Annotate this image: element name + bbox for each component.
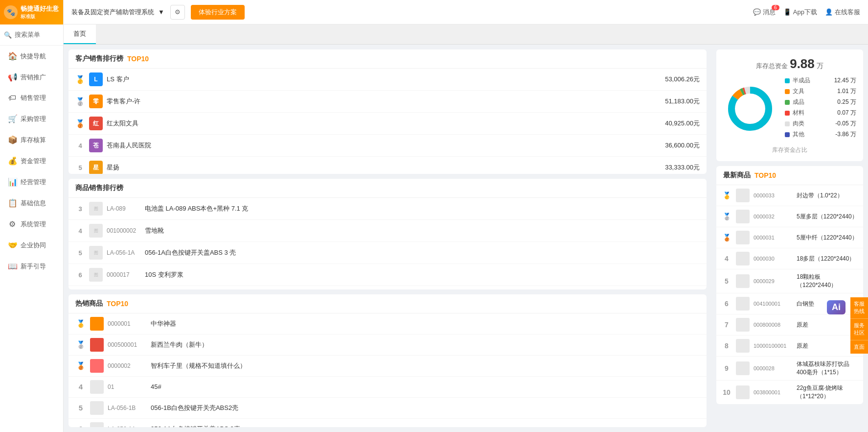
sidebar-item-operations[interactable]: 📊 经营管理 [0,171,63,192]
sidebar-item-system[interactable]: ⚙ 系统管理 [0,214,63,235]
search-menu-button[interactable]: 🔍 搜索菜单 [4,28,59,41]
hot-rank-indicator: 🥉 [75,361,86,370]
rank-avatar: L [89,72,103,86]
product-rank-row: 4 图 001000002 雪地靴 [69,220,707,242]
inventory-title: 库存总资金 [756,62,788,70]
sidebar-item-purchase[interactable]: 🛒 采购管理 [0,108,63,129]
nav-label-basic-info: 基础信息 [21,199,46,208]
rank-num: 6 [75,271,85,279]
dropdown-icon[interactable]: ▼ [158,8,164,16]
hot-products-header: 热销商品 TOP10 [69,294,707,313]
finance-icon: 💰 [8,156,17,166]
sidebar-item-sales[interactable]: 🏷 销售管理 [0,88,63,108]
system-icon: ⚙ [8,219,17,229]
new-product-image [736,274,750,288]
hot-rank-indicator: 6 [75,425,86,427]
sidebar-item-quick-nav[interactable]: 🏠 快捷导航 [0,46,63,67]
new-product-row: 1000380000122g鱼豆腐·烧烤味（1*12*20） [716,381,863,404]
sidebar-item-inventory[interactable]: 📦 库存核算 [0,129,63,150]
rank-customer-value: 53,006.26元 [665,75,700,84]
legend-dot [785,132,790,137]
home-icon: 🏠 [8,51,17,61]
sidebar-item-guide[interactable]: 📖 新手引导 [0,256,63,277]
new-product-rank: 🥇 [721,192,732,199]
app-download-button[interactable]: 📱 App下载 [783,8,817,17]
product-rank-header: 商品销售排行榜 [69,179,707,198]
new-product-row: 7000800008原差 [716,314,863,336]
rank-avatar: 零 [89,95,103,108]
tab-home[interactable]: 首页 [64,24,96,44]
cooperation-icon: 🤝 [8,240,17,250]
donut-container: 半成品 12.45 万 文具 1.01 万 成品 0.25 万 材料 0.07 … [723,76,856,141]
nav-label-system: 系统管理 [21,220,46,229]
hot-product-code: 01 [108,384,147,390]
new-product-row: 🥇0000033封边带（1.0*22） [716,185,863,206]
new-product-row: 90000028体城荔枝味苏打饮品400毫升（1*15） [716,357,863,381]
rank-customer-name: 星扬 [107,163,661,172]
hot-product-image [90,422,104,427]
main-area: 装备及固定资产辅助管理系统 ▼ ⚙ 体验行业方案 💬 消息 6 📱 App下载 … [64,0,868,432]
product-name: 10S 变利罗浆 [145,270,700,279]
new-product-rank: 9 [721,364,732,372]
customer-rank-row: 🥈 零 零售客户-许 51,183.00元 [69,91,707,113]
new-product-image [736,210,750,223]
rank-num: 4 [75,227,85,235]
hot-product-code: 000500001 [108,341,147,348]
new-product-rank: 🥉 [721,234,732,241]
rank-medal: 🥇 [75,75,85,84]
new-product-row: 🥉00000315厘中纤（1220*2440） [716,227,863,248]
hot-product-row: 6LA-056-1A056-1A白色按键开关盖ABS 3壳 [69,419,707,427]
rank-customer-name: 零售客户-许 [107,97,661,106]
new-product-image [736,361,750,375]
rank-num: 3 [75,205,85,213]
nav-label-finance: 资金管理 [21,157,46,166]
customer-rank-table: 🥇 L LS 客户 53,006.26元 🥈 零 零售客户-许 51,183.0… [69,69,707,174]
product-name: 056-1A白色按键开关盖ABS 3 壳 [145,248,700,257]
product-rank-title: 商品销售排行榜 [75,184,123,192]
purchase-icon: 🛒 [8,114,17,123]
settings-button[interactable]: ⚙ [170,5,185,20]
legend-dot [785,100,790,105]
messages-button[interactable]: 💬 消息 6 [753,8,776,17]
customer-rank-card: 客户销售排行榜 TOP10 🥇 L LS 客户 53,006.26元 🥈 零 零… [69,49,707,174]
ai-badge[interactable]: Ai [827,300,845,314]
direct-button[interactable]: 直面 [850,340,868,354]
logo-main: 畅捷通好生意 [21,5,59,13]
newest-products-card: 最新商品 TOP10 🥇0000033封边带（1.0*22）🥈00000325厘… [716,166,863,404]
nav-label-marketing: 营销推广 [21,73,46,82]
sidebar-item-finance[interactable]: 💰 资金管理 [0,150,63,171]
customer-service-button[interactable]: 客服热线 [850,297,868,319]
inventory-legend-item: 文具 1.01 万 [785,87,856,96]
sidebar-item-basic-info[interactable]: 📋 基础信息 [0,192,63,214]
legend-dot [785,111,790,116]
new-product-rank: 7 [721,321,732,329]
product-rank-row: 3 图 LA-089 电池盖 LA-089 ABS本色+黑种 7.1 克 [69,198,707,220]
product-rank-row: 7 图 000800005 手机测试 [69,286,707,289]
new-product-code: 0000031 [754,235,793,240]
customer-rank-row: 4 苍 苍南县人民医院 36,600.00元 [69,135,707,157]
inventory-legend-item: 其他 -3.86 万 [785,130,856,139]
legend-name: 文具 [793,87,834,96]
newest-products-title: 最新商品 [723,171,751,180]
sidebar-logo: 🐾 畅捷通好生意 标准版 [0,0,63,24]
sidebar-search[interactable]: 🔍 搜索菜单 [0,24,63,46]
online-service-button[interactable]: 👤 在线客服 [825,8,860,17]
service-community-button[interactable]: 服务社区 [850,319,868,340]
product-code: 001000002 [107,227,141,234]
sidebar-item-cooperation[interactable]: 🤝 企业协同 [0,235,63,256]
sidebar-item-marketing[interactable]: 📢 营销推广 [0,67,63,88]
legend-value: -0.05 万 [835,120,856,128]
topbar-right: 💬 消息 6 📱 App下载 👤 在线客服 [753,8,860,17]
new-product-name: 原差 [797,321,858,329]
product-code: LA-089 [107,205,141,212]
inventory-total: 库存总资金 9.88 万 [723,56,856,72]
product-img-placeholder: 图 [89,202,103,216]
hot-product-name: 中华神器 [151,319,700,328]
new-product-code: 0000032 [754,214,793,219]
hot-product-name: 056-1A白色按键开关盖ABS 3壳 [151,425,700,427]
customer-rank-top10: TOP10 [127,55,149,63]
new-product-rank: 6 [721,300,732,308]
inventory-legend-item: 半成品 12.45 万 [785,76,856,85]
nav-label-guide: 新手引导 [21,262,46,271]
trial-button[interactable]: 体验行业方案 [191,5,245,20]
